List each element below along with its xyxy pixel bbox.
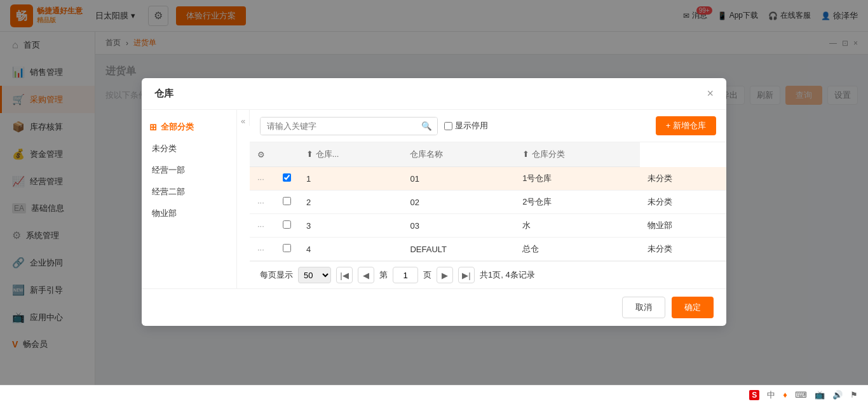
col-category[interactable]: ⬆ 仓库分类	[515, 142, 639, 167]
table-row[interactable]: ··· 4 DEFAULT 总仓 未分类	[250, 238, 726, 261]
modal-actions: 取消 确定	[142, 288, 726, 326]
col-name[interactable]: 仓库名称	[402, 142, 515, 167]
collapse-btn[interactable]: «	[237, 110, 250, 126]
keyboard-icon[interactable]: ⌨	[795, 390, 807, 400]
row-name: 1号仓库	[515, 167, 639, 191]
row-checkbox[interactable]	[275, 238, 299, 261]
show-disabled-checkbox[interactable]	[444, 122, 452, 130]
last-page-btn[interactable]: ▶|	[458, 267, 475, 283]
page-suffix: 页	[423, 269, 431, 281]
flag-icon[interactable]: ⚑	[850, 390, 858, 400]
row-actions[interactable]: ···	[250, 167, 275, 191]
category-item-property[interactable]: 物业部	[142, 203, 236, 224]
row-index: 4	[299, 238, 402, 261]
search-box: 🔍	[260, 117, 438, 135]
prev-page-btn[interactable]: ◀	[358, 267, 374, 283]
row-category: 未分类	[640, 238, 727, 261]
row-code: DEFAULT	[402, 238, 515, 261]
modal-header: 仓库 ×	[142, 78, 726, 110]
next-page-btn[interactable]: ▶	[437, 267, 453, 283]
pagination-bar: 每页显示 50 100 |◀ ◀ 第 页 ▶ ▶| 共1页, 4条记录	[250, 261, 726, 288]
row-category: 未分类	[640, 167, 727, 191]
row-checkbox[interactable]	[275, 167, 299, 191]
col-checkbox	[275, 142, 299, 167]
statusbar: S 中 ♦ ⌨ 📺 🔊 ⚑	[0, 385, 868, 404]
lang-icon[interactable]: 中	[767, 389, 775, 401]
search-input[interactable]	[261, 118, 416, 135]
show-disabled-label: 显示停用	[444, 120, 488, 131]
per-page-select[interactable]: 50 100	[298, 267, 331, 283]
confirm-btn[interactable]: 确定	[672, 297, 714, 318]
table-row[interactable]: ··· 2 02 2号仓库 未分类	[250, 191, 726, 214]
dot-icon: ♦	[783, 390, 787, 400]
row-actions[interactable]: ···	[250, 191, 275, 214]
page-summary: 共1页, 4条记录	[480, 269, 535, 281]
warehouse-table: ⚙ ⬆ 仓库... 仓库名称 ⬆	[250, 142, 726, 261]
row-actions[interactable]: ···	[250, 238, 275, 261]
row-name: 总仓	[515, 238, 639, 261]
warehouse-modal: 仓库 × ⊞ 全部分类 未分类 经营一部 经营二部 物业部 «	[142, 78, 726, 326]
sound-icon[interactable]: 🔊	[832, 390, 843, 400]
category-item-dept2[interactable]: 经营二部	[142, 181, 236, 203]
category-sidebar: ⊞ 全部分类 未分类 经营一部 经营二部 物业部	[142, 110, 237, 288]
page-input[interactable]	[393, 267, 418, 283]
per-page-label: 每页显示	[260, 269, 293, 281]
row-checkbox[interactable]	[275, 214, 299, 238]
row-name: 水	[515, 214, 639, 238]
table-row[interactable]: ··· 1 01 1号仓库 未分类	[250, 167, 726, 191]
tv-icon[interactable]: 📺	[815, 390, 825, 400]
search-btn[interactable]: 🔍	[416, 118, 437, 135]
collapse-icon: «	[241, 116, 245, 126]
row-code: 02	[402, 191, 515, 214]
modal-overlay: 仓库 × ⊞ 全部分类 未分类 经营一部 经营二部 物业部 «	[0, 0, 868, 404]
cancel-btn[interactable]: 取消	[622, 297, 665, 318]
row-actions[interactable]: ···	[250, 214, 275, 238]
category-item-dept1[interactable]: 经营一部	[142, 159, 236, 181]
row-checkbox[interactable]	[275, 191, 299, 214]
row-index: 2	[299, 191, 402, 214]
row-code: 01	[402, 167, 515, 191]
category-item-unclassified[interactable]: 未分类	[142, 138, 236, 159]
col-code[interactable]: ⬆ 仓库...	[299, 142, 402, 167]
category-all[interactable]: ⊞ 全部分类	[142, 116, 236, 138]
modal-main: 🔍 显示停用 + 新增仓库 ⚙	[250, 110, 726, 288]
col-gear: ⚙	[250, 142, 275, 167]
row-index: 3	[299, 214, 402, 238]
page-label: 第	[379, 269, 388, 281]
table-row[interactable]: ··· 3 03 水 物业部	[250, 214, 726, 238]
warehouse-table-wrap: ⚙ ⬆ 仓库... 仓库名称 ⬆	[250, 142, 726, 261]
first-page-btn[interactable]: |◀	[336, 267, 353, 283]
row-code: 03	[402, 214, 515, 238]
row-category: 未分类	[640, 191, 727, 214]
s-logo: S	[749, 390, 759, 400]
modal-close-btn[interactable]: ×	[707, 87, 714, 100]
modal-title: 仓库	[154, 88, 173, 100]
row-category: 物业部	[640, 214, 727, 238]
add-warehouse-btn[interactable]: + 新增仓库	[656, 116, 716, 135]
row-index: 1	[299, 167, 402, 191]
grid-icon: ⊞	[149, 122, 157, 132]
modal-body: ⊞ 全部分类 未分类 经营一部 经营二部 物业部 « 🔍	[142, 110, 726, 288]
modal-toolbar: 🔍 显示停用 + 新增仓库	[250, 110, 726, 142]
row-name: 2号仓库	[515, 191, 639, 214]
